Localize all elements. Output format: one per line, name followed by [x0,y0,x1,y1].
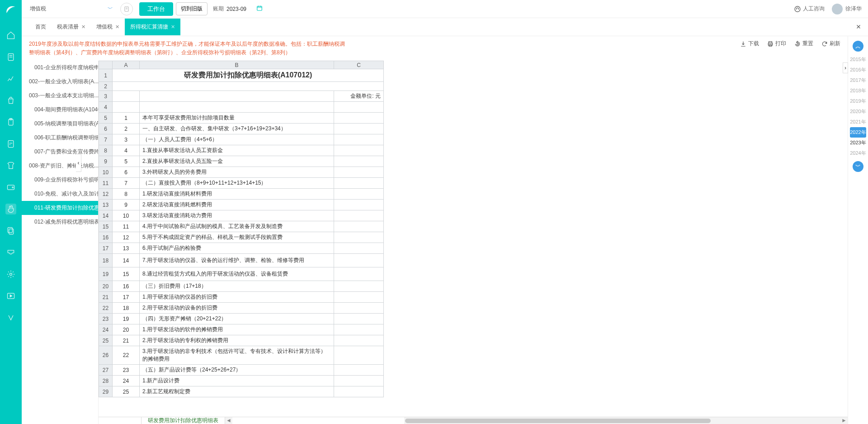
cell-item[interactable]: 5.用于不构成固定资产的样品、样机及一般测试手段购置费 [140,232,334,243]
row-header[interactable]: 28 [99,376,113,386]
row-header[interactable]: 5 [99,113,113,124]
row-header[interactable]: 20 [99,281,113,292]
year-option[interactable]: 2023年 [850,138,866,148]
row-header[interactable]: 7 [99,134,113,145]
row-header[interactable]: 22 [99,303,113,314]
cell-item[interactable]: 4.用于中间试验和产品试制的模具、工艺装备开发及制造费 [140,221,334,232]
cell-rownum[interactable]: 16 [113,281,140,292]
row-header[interactable]: 21 [99,292,113,303]
download-button[interactable]: 下载 [740,40,759,48]
cell-amount[interactable] [334,386,384,397]
tax-type-dropdown[interactable]: 增值税 ﹀ [26,5,117,13]
cell-rownum[interactable]: 3 [113,134,140,145]
year-up-button[interactable]: ︽ [853,41,863,52]
cell-amount[interactable] [334,167,384,178]
cell-amount[interactable] [334,346,384,365]
cell-amount[interactable] [334,376,384,386]
rail-shirt-icon[interactable] [5,160,16,171]
row-header[interactable]: 27 [99,365,113,376]
tab-所得税汇算清缴[interactable]: 所得税汇算清缴✕ [125,19,180,35]
cell-item[interactable]: 本年可享受研发费用加计扣除项目数量 [140,113,334,124]
cell-rownum[interactable]: 17 [113,292,140,303]
row-header[interactable]: 14 [99,210,113,221]
cell-item[interactable]: 8.通过经营租赁方式租入的用于研发活动的仪器、设备租赁费 [140,267,334,281]
sidelist-item[interactable]: 001-企业所得税年度纳税申... [22,61,98,75]
cell-rownum[interactable]: 5 [113,156,140,167]
cell-rownum[interactable]: 23 [113,365,140,376]
row-header[interactable]: 15 [99,221,113,232]
cell-item[interactable]: （二）直接投入费用（8+9+10+11+12+13+14+15） [140,178,334,189]
cell-amount[interactable] [334,335,384,346]
sidelist-item[interactable]: 012-减免所得税优惠明细表(... [22,215,98,229]
col-header[interactable]: B [140,61,334,69]
rail-doc-icon[interactable] [5,52,16,62]
row-header[interactable]: 10 [99,167,113,178]
cell-rownum[interactable]: 7 [113,178,140,189]
year-option[interactable]: 2015年 [850,54,866,65]
row-header[interactable]: 23 [99,314,113,324]
year-option[interactable]: 2021年 [850,117,866,127]
cell-amount[interactable] [334,243,384,254]
row-header[interactable]: 17 [99,243,113,254]
cell-item[interactable]: 3.用于研发活动的非专利技术（包括许可证、专有技术、设计和计算方法等）的摊销费用 [140,346,334,365]
row-header[interactable]: 6 [99,124,113,134]
year-option[interactable]: 2017年 [850,75,866,86]
support-link[interactable]: 人工咨询 [794,5,825,13]
cell-amount[interactable] [334,189,384,200]
row-header[interactable]: 3 [99,91,113,102]
sidelist-item[interactable]: 006-职工薪酬纳税调整明细... [22,131,98,145]
cell-rownum[interactable]: 11 [113,221,140,232]
rail-bag-icon[interactable] [5,95,16,106]
cell-rownum[interactable]: 20 [113,324,140,335]
sheet-tab[interactable]: 研发费用加计扣除优惠明细表 [142,417,225,424]
col-header[interactable]: C [334,61,384,69]
switch-oldver-button[interactable]: 切到旧版 [176,2,208,15]
row-header[interactable]: 25 [99,335,113,346]
rail-hand-icon[interactable] [5,204,16,214]
year-option[interactable]: 2019年 [850,96,866,106]
sidelist-item[interactable]: 011-研发费用加计扣除优惠... [22,201,98,215]
cell-amount[interactable] [334,314,384,324]
cell-amount[interactable] [334,113,384,124]
tab-close-icon[interactable]: ✕ [171,24,175,30]
sidelist-item[interactable]: 003-一般企业成本支出明细... [22,89,98,103]
cell-item[interactable]: 1.用于研发活动的仪器的折旧费 [140,292,334,303]
period-input[interactable] [226,6,255,12]
cell-amount[interactable] [334,267,384,281]
year-down-button[interactable]: ︾ [853,161,863,172]
rail-wallet-icon[interactable] [5,182,16,193]
rail-clipboard-icon[interactable] [5,117,16,128]
cell-item[interactable]: 3.研发活动直接消耗动力费用 [140,210,334,221]
rail-play-icon[interactable] [5,291,16,301]
scroll-right-button[interactable]: ► [840,417,848,424]
cell-item[interactable]: 1.用于研发活动的软件的摊销费用 [140,324,334,335]
row-header[interactable]: 1 [99,69,113,82]
row-header[interactable]: 24 [99,324,113,335]
cell-rownum[interactable]: 9 [113,200,140,210]
cell-amount[interactable] [334,254,384,267]
cell-amount[interactable] [334,156,384,167]
cell-amount[interactable] [334,124,384,134]
sidelist-item[interactable]: 002-一般企业收入明细表(A... [22,75,98,89]
cell-item[interactable]: 1.新产品设计费 [140,376,334,386]
cell-item[interactable]: 2.研发活动直接消耗燃料费用 [140,200,334,210]
row-header[interactable]: 8 [99,145,113,156]
sidelist-item[interactable]: 008-资产折旧、摊销及纳税... [22,159,98,173]
cell-rownum[interactable]: 4 [113,145,140,156]
cell-item[interactable]: 2.用于研发活动的设备的折旧费 [140,303,334,314]
cell-item[interactable]: 2.直接从事研发活动人员五险一金 [140,156,334,167]
rail-home-icon[interactable] [5,30,16,41]
cell-rownum[interactable]: 8 [113,189,140,200]
rail-inbox-icon[interactable] [5,247,16,258]
cell-rownum[interactable]: 18 [113,303,140,314]
year-option[interactable]: 2018年 [850,86,866,96]
row-header[interactable]: 12 [99,189,113,200]
cell-amount[interactable] [334,134,384,145]
row-header[interactable]: 4 [99,102,113,113]
row-header[interactable]: 26 [99,346,113,365]
year-option[interactable]: 2020年 [850,106,866,117]
year-option[interactable]: 2024年 [850,148,866,158]
cell-rownum[interactable]: 19 [113,314,140,324]
row-header[interactable]: 16 [99,232,113,243]
cell-rownum[interactable]: 14 [113,254,140,267]
